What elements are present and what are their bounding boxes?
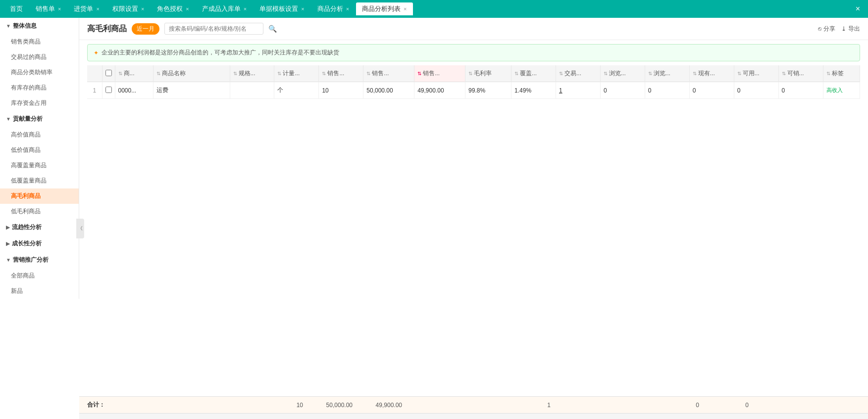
header-actions: ⎋ 分享 ⤓ 导出	[818, 25, 860, 33]
tab-sales-order-close[interactable]: ×	[58, 6, 61, 12]
trade-link[interactable]: 1	[559, 87, 562, 94]
col-tag[interactable]: ⇅标签	[823, 65, 860, 82]
content-area: 高毛利商品 近一月 🔍 ⎋ 分享 ⤓ 导出 ✦ 企业的主要的利润都是这部分商品创…	[79, 18, 868, 419]
tab-purchase[interactable]: 进货单 ×	[68, 2, 105, 15]
col-browse1[interactable]: ⇅浏览...	[600, 65, 645, 82]
sidebar-collapse-button[interactable]: 《	[76, 219, 84, 238]
sidebar-item-new-goods[interactable]: 新品	[0, 283, 79, 299]
tab-template-close[interactable]: ×	[301, 6, 304, 12]
col-code[interactable]: ⇅商...	[115, 65, 153, 82]
sidebar-group-contribution[interactable]: ▼ 贡献量分析	[0, 111, 79, 127]
sidebar-item-all-goods[interactable]: 全部商品	[0, 268, 79, 283]
arrow-marketing: ▼	[6, 257, 11, 263]
main-layout: ▼ 整体信息 销售类商品 交易过的商品 商品分类助销率 有库存的商品 库存资金占…	[0, 18, 868, 419]
search-button[interactable]: 🔍	[268, 25, 277, 33]
tab-sales-order[interactable]: 销售单 ×	[30, 2, 67, 15]
top-nav: 首页 销售单 × 进货单 × 权限设置 × 角色授权 × 产成品入库单 × 单据…	[0, 0, 868, 18]
col-browse2[interactable]: ⇅浏览...	[645, 65, 689, 82]
cell-browse2: 0	[645, 82, 689, 99]
tab-role-close[interactable]: ×	[186, 6, 189, 12]
tab-product-analysis-close[interactable]: ×	[346, 6, 349, 12]
tab-permission-close[interactable]: ×	[141, 6, 144, 12]
row-checkbox[interactable]	[105, 87, 112, 93]
tab-product-analysis[interactable]: 商品分析 ×	[311, 2, 355, 15]
close-all-tabs[interactable]: ×	[852, 2, 864, 15]
cell-tag: 高收入	[823, 82, 860, 99]
cell-sale-qty: 10	[319, 82, 363, 99]
sidebar-group-overall[interactable]: ▼ 整体信息	[0, 18, 79, 34]
col-spec[interactable]: ⇅规格...	[230, 65, 274, 82]
col-sale-profit[interactable]: ⇅销售...	[414, 65, 465, 82]
tab-product-analysis-list-close[interactable]: ×	[404, 6, 407, 12]
sidebar-group-growth[interactable]: ▶ 成长性分析	[0, 235, 79, 252]
cell-browse1: 0	[600, 82, 645, 99]
tab-product-analysis-list[interactable]: 商品分析列表 ×	[356, 2, 412, 15]
cell-spec	[230, 82, 274, 99]
sidebar-group-trend[interactable]: ▶ 流趋性分析	[0, 219, 79, 235]
footer-label: 合计：	[87, 401, 105, 409]
col-check[interactable]	[102, 65, 115, 82]
share-button[interactable]: ⎋ 分享	[818, 25, 835, 33]
tab-purchase-close[interactable]: ×	[96, 6, 99, 12]
cell-trade: 1	[556, 82, 601, 99]
col-index	[87, 65, 102, 82]
col-stock-qty[interactable]: ⇅现有...	[689, 65, 734, 82]
footer-stock-qty: 0	[660, 402, 699, 409]
sidebar-item-high-margin[interactable]: 高毛利商品	[0, 188, 79, 204]
sidebar-item-low-margin[interactable]: 低毛利商品	[0, 204, 79, 219]
select-all-checkbox[interactable]	[105, 70, 112, 76]
sidebar: ▼ 整体信息 销售类商品 交易过的商品 商品分类助销率 有库存的商品 库存资金占…	[0, 18, 79, 299]
cell-check[interactable]	[102, 82, 115, 99]
sidebar-item-stock-capital[interactable]: 库存资金占用	[0, 95, 79, 111]
col-unit[interactable]: ⇅计量...	[274, 65, 319, 82]
data-table: ⇅商... ⇅商品名称 ⇅规格... ⇅计量... ⇅销售... ⇅销售... …	[87, 65, 860, 99]
col-name[interactable]: ⇅商品名称	[153, 65, 230, 82]
tab-product-instock[interactable]: 产成品入库单 ×	[196, 2, 253, 15]
sidebar-item-sales-goods[interactable]: 销售类商品	[0, 34, 79, 49]
search-input[interactable]	[164, 23, 263, 35]
sidebar-group-marketing[interactable]: ▼ 营销推广分析	[0, 252, 79, 268]
footer-sale-qty: 10	[263, 402, 303, 409]
sidebar-item-traded-goods[interactable]: 交易过的商品	[0, 49, 79, 65]
sidebar-item-high-coverage[interactable]: 高覆盖量商品	[0, 158, 79, 173]
arrow-trend: ▶	[6, 225, 10, 230]
col-coverage[interactable]: ⇅覆盖...	[511, 65, 556, 82]
tab-template[interactable]: 单据模板设置 ×	[254, 2, 310, 15]
sidebar-item-low-value[interactable]: 低价值商品	[0, 142, 79, 158]
cell-stock-qty: 0	[689, 82, 734, 99]
cell-coverage: 1.49%	[511, 82, 556, 99]
arrow-overall: ▼	[6, 23, 11, 29]
horizontal-scrollbar[interactable]	[79, 413, 868, 419]
tab-permission[interactable]: 权限设置 ×	[106, 2, 150, 15]
time-filter-button[interactable]: 近一月	[132, 23, 159, 35]
cell-unit: 个	[274, 82, 319, 99]
cell-avail-qty: 0	[734, 82, 778, 99]
sidebar-item-category-rate[interactable]: 商品分类助销率	[0, 65, 79, 80]
tab-product-instock-close[interactable]: ×	[244, 6, 247, 12]
sidebar-item-low-coverage[interactable]: 低覆盖量商品	[0, 173, 79, 188]
col-avail-qty[interactable]: ⇅可用...	[734, 65, 778, 82]
export-button[interactable]: ⤓ 导出	[841, 25, 860, 33]
content-header: 高毛利商品 近一月 🔍 ⎋ 分享 ⤓ 导出	[79, 18, 868, 40]
share-icon: ⎋	[818, 25, 821, 32]
tab-role[interactable]: 角色授权 ×	[151, 2, 195, 15]
cell-index: 1	[87, 82, 102, 99]
footer-sale-amount: 50,000.00	[313, 402, 353, 409]
sidebar-item-stocked-goods[interactable]: 有库存的商品	[0, 80, 79, 95]
arrow-growth: ▶	[6, 241, 10, 246]
cell-sale-amount: 50,000.00	[363, 82, 414, 99]
col-sale-amount[interactable]: ⇅销售...	[363, 65, 414, 82]
table-row: 1 0000... 运费 个 10 50,000.00 49,900.00 99…	[87, 82, 860, 99]
footer-trade: 1	[511, 402, 551, 409]
footer-avail-qty: 0	[709, 402, 749, 409]
col-sale-qty[interactable]: ⇅销售...	[319, 65, 363, 82]
table-wrapper: ⇅商... ⇅商品名称 ⇅规格... ⇅计量... ⇅销售... ⇅销售... …	[79, 65, 868, 396]
sidebar-wrapper: ▼ 整体信息 销售类商品 交易过的商品 商品分类助销率 有库存的商品 库存资金占…	[0, 18, 79, 419]
info-icon: ✦	[94, 49, 99, 56]
col-trade[interactable]: ⇅交易...	[556, 65, 601, 82]
sidebar-item-high-value[interactable]: 高价值商品	[0, 127, 79, 142]
col-gross-margin[interactable]: ⇅毛利率	[465, 65, 511, 82]
tab-home[interactable]: 首页	[4, 2, 29, 15]
cell-name: 运费	[153, 82, 230, 99]
col-saleable-qty[interactable]: ⇅可销...	[778, 65, 823, 82]
